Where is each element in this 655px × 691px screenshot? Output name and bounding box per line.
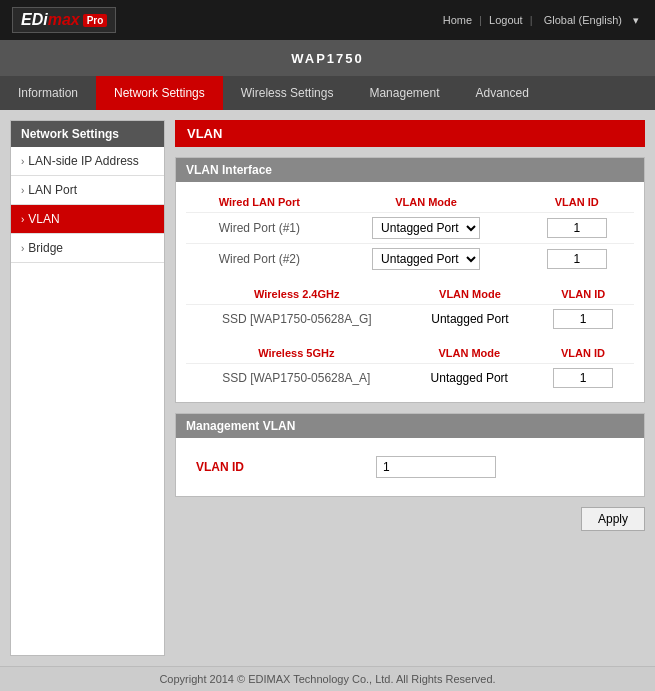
wired-port-2-mode-cell: Untagged Port Tagged Port (333, 244, 520, 275)
w24-mode-header: VLAN Mode (407, 284, 532, 305)
table-row: Wired Port (#1) Untagged Port Tagged Por… (186, 213, 634, 244)
w5-mode-cell: Untagged Port (407, 364, 532, 393)
sidebar-title: Network Settings (11, 121, 164, 147)
main-content: Network Settings › LAN-side IP Address ›… (0, 110, 655, 666)
logout-link[interactable]: Logout (489, 14, 523, 26)
w5-vlan-id[interactable] (553, 368, 613, 388)
logo-edi: EDi (21, 11, 48, 29)
page-title: VLAN (175, 120, 645, 147)
device-bar: WAP1750 (0, 40, 655, 76)
wired-port-1-vlan-id[interactable] (547, 218, 607, 238)
home-link[interactable]: Home (443, 14, 472, 26)
apply-button[interactable]: Apply (581, 507, 645, 531)
wired-port-1-id-cell (519, 213, 634, 244)
table-row: SSD [WAP1750-05628A_G] Untagged Port (186, 305, 634, 334)
wireless-24-table: Wireless 2.4GHz VLAN Mode VLAN ID SSD [W… (186, 284, 634, 333)
w5-mode-header: VLAN Mode (407, 343, 532, 364)
arrow-icon: › (21, 214, 24, 225)
sidebar-item-label: VLAN (28, 212, 59, 226)
sidebar-item-bridge[interactable]: › Bridge (11, 234, 164, 263)
sidebar-item-lan-port[interactable]: › LAN Port (11, 176, 164, 205)
w5-ssid-label: SSD [WAP1750-05628A_A] (186, 364, 407, 393)
header: EDimaxPro Home | Logout | Global (Englis… (0, 0, 655, 40)
wired-port-1-mode-cell: Untagged Port Tagged Port (333, 213, 520, 244)
sidebar-item-lan-ip[interactable]: › LAN-side IP Address (11, 147, 164, 176)
footer: Copyright 2014 © EDIMAX Technology Co., … (0, 666, 655, 691)
language-dropdown-icon[interactable]: ▾ (633, 14, 639, 26)
vlan-interface-body: Wired LAN Port VLAN Mode VLAN ID Wired P… (176, 182, 644, 402)
sidebar-item-label: LAN-side IP Address (28, 154, 139, 168)
w24-id-header: VLAN ID (532, 284, 634, 305)
w24-vlan-id[interactable] (553, 309, 613, 329)
w5-port-header: Wireless 5GHz (186, 343, 407, 364)
logo-pro: Pro (83, 14, 108, 27)
wired-mode-header: VLAN Mode (333, 192, 520, 213)
arrow-icon: › (21, 156, 24, 167)
wired-id-header: VLAN ID (519, 192, 634, 213)
wired-port-header: Wired LAN Port (186, 192, 333, 213)
w24-ssid-label: SSD [WAP1750-05628A_G] (186, 305, 407, 334)
wired-port-2-mode-select[interactable]: Untagged Port Tagged Port (372, 248, 480, 270)
w5-id-cell (532, 364, 634, 393)
nav-item-advanced[interactable]: Advanced (457, 76, 546, 110)
management-vlan-section: Management VLAN VLAN ID (175, 413, 645, 497)
header-links: Home | Logout | Global (English) ▾ (443, 14, 643, 27)
wireless-5-table: Wireless 5GHz VLAN Mode VLAN ID SSD [WAP… (186, 343, 634, 392)
w5-mode-value: Untagged Port (431, 371, 508, 385)
vlan-interface-section: VLAN Interface Wired LAN Port VLAN Mode … (175, 157, 645, 403)
sidebar-item-vlan[interactable]: › VLAN (11, 205, 164, 234)
table-row: Wired Port (#2) Untagged Port Tagged Por… (186, 244, 634, 275)
mgmt-vlan-label: VLAN ID (196, 460, 376, 474)
arrow-icon: › (21, 243, 24, 254)
device-model: WAP1750 (291, 51, 364, 66)
content-area: VLAN VLAN Interface Wired LAN Port VLAN … (175, 120, 645, 656)
table-row: SSD [WAP1750-05628A_A] Untagged Port (186, 364, 634, 393)
w24-mode-cell: Untagged Port (407, 305, 532, 334)
wired-port-2-id-cell (519, 244, 634, 275)
logo: EDimaxPro (12, 7, 116, 33)
w24-mode-value: Untagged Port (431, 312, 508, 326)
nav-item-wireless-settings[interactable]: Wireless Settings (223, 76, 352, 110)
wired-port-2-label: Wired Port (#2) (186, 244, 333, 275)
w24-id-cell (532, 305, 634, 334)
management-vlan-body: VLAN ID (176, 438, 644, 496)
vlan-interface-header: VLAN Interface (176, 158, 644, 182)
management-vlan-header: Management VLAN (176, 414, 644, 438)
nav-item-information[interactable]: Information (0, 76, 96, 110)
mgmt-vlan-row: VLAN ID (186, 448, 634, 486)
main-nav: Information Network Settings Wireless Se… (0, 76, 655, 110)
nav-item-network-settings[interactable]: Network Settings (96, 76, 223, 110)
footer-text: Copyright 2014 © EDIMAX Technology Co., … (159, 673, 495, 685)
logo-max: max (48, 11, 80, 29)
wired-lan-table: Wired LAN Port VLAN Mode VLAN ID Wired P… (186, 192, 634, 274)
mgmt-vlan-id-input[interactable] (376, 456, 496, 478)
w24-port-header: Wireless 2.4GHz (186, 284, 407, 305)
sidebar: Network Settings › LAN-side IP Address ›… (10, 120, 165, 656)
language-selector[interactable]: Global (English) (544, 14, 622, 26)
nav-item-management[interactable]: Management (351, 76, 457, 110)
apply-row: Apply (175, 507, 645, 531)
sidebar-item-label: LAN Port (28, 183, 77, 197)
w5-id-header: VLAN ID (532, 343, 634, 364)
arrow-icon: › (21, 185, 24, 196)
wired-port-2-vlan-id[interactable] (547, 249, 607, 269)
wired-port-1-mode-select[interactable]: Untagged Port Tagged Port (372, 217, 480, 239)
sidebar-item-label: Bridge (28, 241, 63, 255)
wired-port-1-label: Wired Port (#1) (186, 213, 333, 244)
